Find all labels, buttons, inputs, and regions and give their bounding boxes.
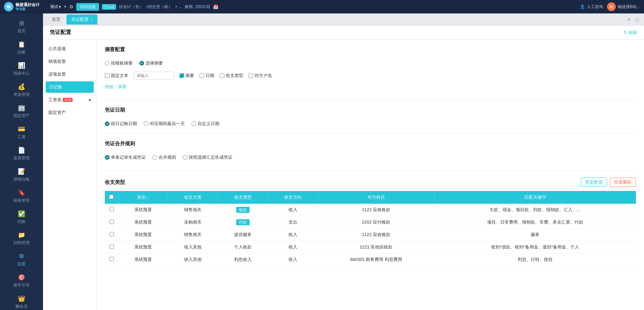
- switch-old-btn[interactable]: 切到旧版: [76, 3, 99, 11]
- settings-icon[interactable]: ⚙: [69, 4, 74, 9]
- tab-voucher-config[interactable]: 凭证配置 ×: [67, 14, 97, 25]
- checkbox-date-input[interactable]: [200, 73, 204, 78]
- merge-rule-radio-merge-input[interactable]: [153, 155, 157, 160]
- summary-radio-template-input[interactable]: [105, 61, 110, 66]
- td-category-5: 系统预置: [118, 254, 168, 266]
- row-3-checkbox[interactable]: [110, 232, 114, 236]
- row-5-checkbox[interactable]: [110, 257, 114, 261]
- voucher-date-radio-last[interactable]: 对应期间最后一天: [144, 121, 185, 127]
- sidebar-item-archive[interactable]: 📁 归档管理: [0, 228, 43, 249]
- td-keywords-4: 收到*借款、收到*备用金、退回*备用金、个人: [434, 241, 636, 254]
- tab-home[interactable]: 首页: [47, 14, 65, 25]
- sidebar-item-reports[interactable]: 📊 报表中心: [0, 59, 43, 80]
- merge-rule-radio-merge[interactable]: 合并规则: [153, 154, 176, 160]
- tab-close-icon[interactable]: ×: [91, 17, 93, 22]
- td-bigtype-2: 采购相关: [168, 216, 218, 229]
- td-category-4: 系统预置: [118, 241, 168, 254]
- table-row: 系统预置 收入其他 利息收入 收入 660301 财务费用 利息费用 利息、行转…: [105, 254, 636, 266]
- batch-delete-btn[interactable]: 批量删除: [610, 178, 636, 187]
- type-badge-2[interactable]: 付款: [236, 219, 250, 225]
- top-bar: 畅 畅捷通好会计 专业版 测试 ▾ + ⚙ 切到旧版 已认证 好会计（专） +好…: [0, 0, 644, 13]
- voucher-date-radio-last-input[interactable]: [144, 121, 148, 126]
- merge-rule-radio-total-input[interactable]: [183, 155, 187, 160]
- td-direction-1: 收入: [268, 204, 318, 216]
- td-keywords-3: 服务: [434, 229, 636, 241]
- tab-bar-right: × □: [626, 16, 640, 23]
- sidebar-item-guide[interactable]: 🎯 新手引导: [0, 270, 43, 292]
- calendar-icon[interactable]: 📅: [213, 4, 218, 9]
- row-4-checkbox[interactable]: [110, 244, 114, 249]
- sidebar-item-settings[interactable]: ⚙ 设置: [0, 249, 43, 270]
- sidebar-item-tax[interactable]: 🔖 税务管理: [0, 186, 43, 207]
- checkbox-fixed-text[interactable]: 固定文本: [105, 73, 128, 79]
- merge-rule-radio-single-input[interactable]: [105, 155, 110, 160]
- merge-rule-radio-single[interactable]: 单条记录生成凭证: [105, 154, 146, 160]
- th-direction: 收支方向: [268, 191, 318, 204]
- th-category: 类别 ↓: [118, 191, 168, 204]
- purchasesales-icon: 📝: [18, 168, 25, 175]
- checkbox-income-type-input[interactable]: [220, 73, 224, 78]
- invoice-icon: 📄: [18, 147, 25, 154]
- sidenav-payroll[interactable]: 工资表 NEW ▾: [43, 93, 96, 106]
- sidebar-item-purchasesales[interactable]: 📝 进销台账: [0, 164, 43, 186]
- income-table: 类别 ↓ 收支大类 收支类型 收支方向 对方科目 匹配关键字: [105, 191, 636, 266]
- voucher-date-radio-journal-input[interactable]: [105, 121, 110, 126]
- row-1-checkbox[interactable]: [110, 207, 114, 211]
- sidebar-item-close[interactable]: ✅ 结账: [0, 207, 43, 228]
- window-close-btn[interactable]: ×: [626, 16, 632, 23]
- period-label: 账期: [185, 4, 193, 10]
- sidenav-sales-invoice[interactable]: 销项发票: [43, 55, 96, 68]
- type-badge-1[interactable]: 收款: [236, 207, 250, 213]
- user-info[interactable]: 畅 畅捷通B组...: [607, 2, 640, 11]
- th-bigtype: 收支大类: [168, 191, 218, 204]
- sidebar-item-assets[interactable]: 🏢 固定资产: [0, 101, 43, 122]
- checkbox-fixed-text-input[interactable]: [105, 73, 110, 78]
- sidebar-item-ledger[interactable]: 📋 总账: [0, 37, 43, 59]
- new-badge: NEW: [63, 98, 73, 102]
- sidenav-purchase-invoice[interactable]: 进项发票: [43, 68, 96, 81]
- td-bigtype-5: 收入其他: [168, 254, 218, 266]
- brand-name: 畅捷通好会计: [15, 2, 40, 7]
- example-text: 例如：摘要: [105, 84, 636, 90]
- divider: [47, 3, 47, 10]
- sidebar-item-home[interactable]: ⊞ 首页: [0, 16, 43, 37]
- select-all-checkbox[interactable]: [109, 195, 114, 199]
- checkbox-date[interactable]: 日期: [200, 73, 214, 79]
- summary-radio-template[interactable]: 按模板摘要: [105, 60, 133, 66]
- fixed-text-input[interactable]: [134, 72, 174, 80]
- td-keywords-1: 欠款、现金、项目款、到款、报销款、汇入、...: [434, 204, 636, 216]
- table-header-row: 类别 ↓ 收支大类 收支类型 收支方向 对方科目 匹配关键字: [105, 191, 636, 204]
- divider-1: [105, 100, 636, 100]
- voucher-date-radio-custom[interactable]: 自定义日期: [191, 121, 219, 127]
- checkbox-income-type[interactable]: 收支类型: [220, 73, 243, 79]
- sidebar-item-invoice[interactable]: 📄 发票管理: [0, 143, 43, 164]
- add-button[interactable]: +: [63, 4, 67, 10]
- window-expand-btn[interactable]: □: [635, 16, 640, 23]
- td-account-3: 1122 应收账款: [318, 229, 434, 241]
- checkbox-summary[interactable]: 摘要: [179, 73, 194, 79]
- row-2-checkbox[interactable]: [110, 220, 114, 224]
- company-selector[interactable]: 测试 ▾: [50, 4, 61, 10]
- sidenav-public[interactable]: 公共选项: [43, 42, 96, 55]
- sidebar-item-funds[interactable]: 💰 资金管理: [0, 80, 43, 101]
- merge-rule-radio-total[interactable]: 按照选择汇总生成凭证: [183, 154, 232, 160]
- checkbox-summary-input[interactable]: [179, 73, 184, 78]
- sidenav-fixed-assets[interactable]: 固定资产: [43, 106, 96, 119]
- consult-link[interactable]: 👤 人工咨询: [580, 4, 603, 10]
- th-keywords: 匹配关键字: [434, 191, 636, 204]
- summary-radio-select-input[interactable]: [139, 61, 144, 66]
- page-title: 凭证配置: [50, 29, 71, 36]
- checkbox-counterpart-input[interactable]: [249, 73, 253, 78]
- summary-radio-select[interactable]: 选择摘要: [139, 60, 163, 66]
- voucher-date-radio-custom-input[interactable]: [191, 121, 196, 126]
- th-account: 对方科目: [318, 191, 434, 204]
- refresh-button[interactable]: ↻ 刷新: [624, 30, 637, 36]
- td-account-4: 1221 其他应收款: [318, 241, 434, 254]
- voucher-date-radio-journal[interactable]: 按日记账日期: [105, 121, 137, 127]
- checkbox-counterpart[interactable]: 对方户名: [249, 73, 272, 79]
- update-data-btn[interactable]: 更新数据: [581, 178, 607, 187]
- brand-edition: 专业版: [15, 7, 40, 11]
- sidebar-item-salary[interactable]: 💳 工资: [0, 122, 43, 143]
- sidenav-journal[interactable]: 日记账: [46, 81, 94, 93]
- sidebar-item-vip[interactable]: 👑 畅会员: [0, 292, 43, 310]
